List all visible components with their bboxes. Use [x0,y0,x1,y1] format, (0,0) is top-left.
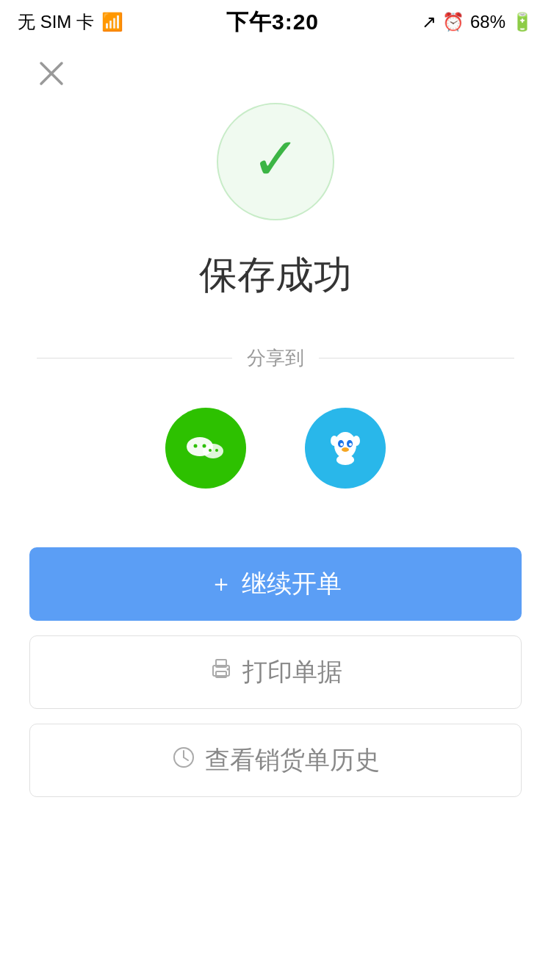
qq-share-button[interactable] [305,408,386,489]
close-button[interactable] [29,51,73,96]
checkmark-icon: ✓ [251,130,300,189]
divider-left [37,358,232,359]
clock-icon [171,745,196,776]
share-icons [165,408,386,489]
status-right: ↗ ⏰ 68% 🔋 [422,12,533,32]
svg-point-15 [342,447,349,452]
print-button[interactable]: 打印单据 [29,635,522,709]
svg-point-4 [194,444,198,448]
no-sim-text: 无 SIM 卡 [18,10,94,34]
status-bar: 无 SIM 卡 📶 下午3:20 ↗ ⏰ 68% 🔋 [0,0,551,44]
action-buttons: ＋ 继续开单 打印单据 [0,547,551,797]
share-section: 分享到 [0,345,551,489]
battery-icon: 🔋 [511,12,533,32]
printer-icon [209,657,234,682]
svg-point-16 [336,455,354,465]
svg-point-6 [209,449,212,452]
svg-point-8 [334,432,356,458]
main-content: ✓ 保存成功 分享到 [0,44,551,797]
history-label: 查看销货单历史 [205,743,380,777]
status-left: 无 SIM 卡 📶 [18,10,123,34]
wechat-share-button[interactable] [165,408,246,489]
divider-right [319,358,514,359]
continue-button[interactable]: ＋ 继续开单 [29,547,522,621]
success-title: 保存成功 [199,250,352,301]
history-button[interactable]: 查看销货单历史 [29,724,522,797]
close-icon [38,60,65,87]
success-circle: ✓ [217,103,334,220]
wechat-icon [182,425,229,472]
wifi-icon: 📶 [101,12,123,32]
svg-point-10 [353,436,360,446]
history-clock-icon [171,745,196,770]
svg-point-20 [227,669,229,671]
divider-row: 分享到 [37,345,514,371]
battery-text: 68% [470,12,505,32]
alarm-icon: ⏰ [442,12,464,32]
svg-point-9 [331,436,338,446]
svg-point-5 [203,444,206,448]
svg-point-13 [340,443,343,446]
continue-label: 继续开单 [242,567,342,601]
plus-icon: ＋ [209,568,233,600]
svg-point-14 [349,443,352,446]
status-time: 下午3:20 [226,7,319,37]
share-label: 分享到 [247,345,304,371]
print-label: 打印单据 [242,655,342,689]
svg-point-7 [215,449,218,452]
qq-icon [322,425,369,472]
print-icon [209,657,234,688]
location-icon: ↗ [422,12,436,32]
svg-line-23 [184,757,188,760]
